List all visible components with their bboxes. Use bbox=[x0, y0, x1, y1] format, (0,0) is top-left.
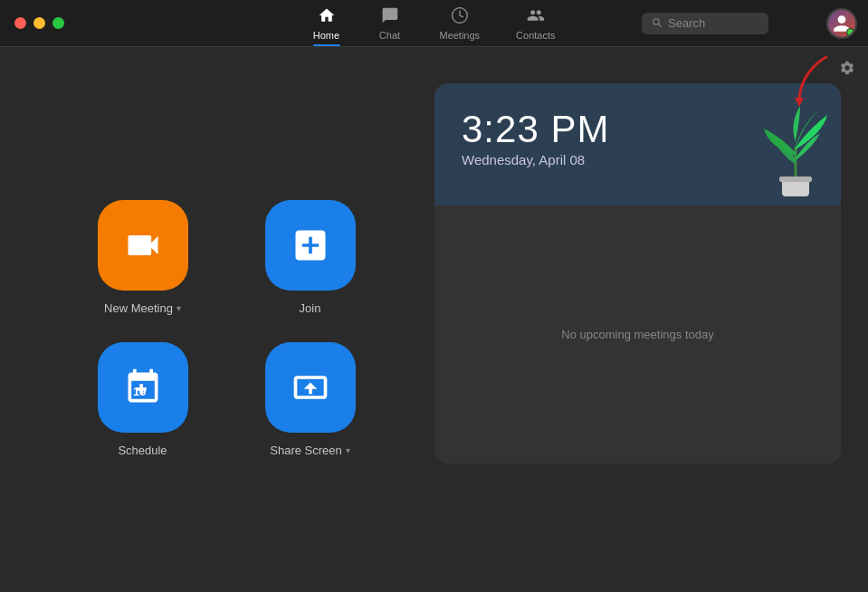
maximize-button[interactable] bbox=[52, 17, 64, 29]
right-panel: 3:23 PM Wednesday, April 08 bbox=[434, 47, 868, 592]
share-screen-caret: ▾ bbox=[346, 445, 350, 455]
traffic-lights bbox=[0, 17, 64, 29]
svg-marker-1 bbox=[795, 98, 804, 107]
close-button[interactable] bbox=[14, 17, 26, 29]
tab-chat-label: Chat bbox=[379, 30, 400, 41]
new-meeting-item: New Meeting ▾ bbox=[72, 200, 213, 315]
svg-text:19: 19 bbox=[133, 385, 146, 398]
clock-section: 3:23 PM Wednesday, April 08 bbox=[434, 83, 841, 205]
settings-gear-button[interactable] bbox=[839, 60, 855, 80]
search-icon bbox=[651, 16, 663, 31]
new-meeting-caret: ▾ bbox=[176, 303, 181, 313]
tab-meetings-label: Meetings bbox=[439, 30, 480, 41]
clock-date: Wednesday, April 08 bbox=[462, 152, 609, 167]
share-screen-item: Share Screen ▾ bbox=[240, 342, 380, 457]
avatar-status-dot bbox=[846, 28, 854, 36]
share-screen-label: Share Screen ▾ bbox=[270, 444, 350, 457]
tab-contacts-label: Contacts bbox=[516, 30, 555, 41]
chat-icon bbox=[380, 6, 398, 27]
home-icon bbox=[317, 6, 335, 27]
contacts-icon bbox=[527, 6, 545, 27]
red-arrow-annotation bbox=[790, 53, 835, 110]
search-bar bbox=[642, 13, 768, 34]
tab-chat[interactable]: Chat bbox=[358, 0, 421, 46]
share-screen-button[interactable] bbox=[265, 342, 356, 433]
join-label: Join bbox=[300, 301, 321, 315]
new-meeting-label: New Meeting ▾ bbox=[104, 301, 181, 315]
no-meetings-text: No upcoming meetings today bbox=[561, 328, 713, 341]
avatar[interactable] bbox=[826, 8, 857, 39]
meetings-icon bbox=[451, 6, 469, 27]
join-button[interactable] bbox=[265, 200, 356, 291]
schedule-label: Schedule bbox=[118, 444, 167, 457]
tab-contacts[interactable]: Contacts bbox=[498, 0, 573, 46]
search-input[interactable] bbox=[668, 16, 759, 30]
no-meetings-section: No upcoming meetings today bbox=[434, 205, 841, 463]
schedule-item: 19 Schedule bbox=[72, 342, 213, 457]
nav-tabs: Home Chat Meetings bbox=[294, 0, 573, 46]
tab-home[interactable]: Home bbox=[294, 0, 358, 46]
schedule-button[interactable]: 19 bbox=[98, 342, 188, 433]
clock-time: 3:23 PM bbox=[462, 110, 609, 148]
tab-meetings[interactable]: Meetings bbox=[421, 0, 498, 46]
actions-grid: New Meeting ▾ Join 19 bbox=[0, 47, 434, 592]
new-meeting-button[interactable] bbox=[98, 200, 188, 291]
main-content: New Meeting ▾ Join 19 bbox=[0, 47, 868, 592]
clock-info: 3:23 PM Wednesday, April 08 bbox=[462, 110, 609, 167]
titlebar: Home Chat Meetings bbox=[0, 0, 868, 47]
tab-home-label: Home bbox=[313, 30, 339, 41]
calendar-widget: 3:23 PM Wednesday, April 08 bbox=[434, 83, 841, 463]
minimize-button[interactable] bbox=[33, 17, 45, 29]
join-item: Join bbox=[240, 200, 380, 315]
svg-rect-4 bbox=[779, 177, 812, 182]
